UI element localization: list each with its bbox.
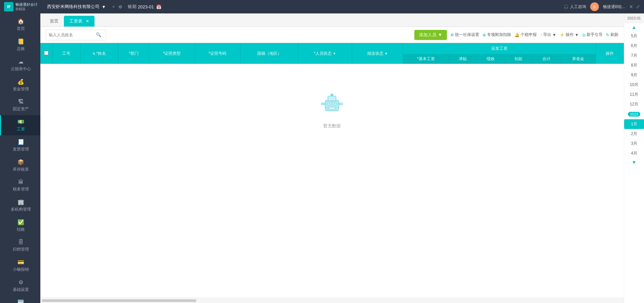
sidebar-item-ledger[interactable]: 📒总账 [0, 35, 40, 55]
th-number: 工号 [52, 43, 80, 64]
sidebar-label-multi: 多机构管理 [11, 207, 31, 212]
empty-state-cell: 暂无数据 [40, 64, 624, 156]
sort-name-icon: ⇅ [92, 52, 95, 55]
tax-icon: 🏛 [18, 179, 24, 185]
logo-area: 好 畅捷通好会计 旗舰版 [4, 2, 44, 11]
month-item-prev-5月[interactable]: 5月 [624, 31, 644, 41]
period-display: 2023.01 [624, 13, 644, 23]
th-checkbox[interactable] [40, 43, 52, 64]
multi-icon: 🏢 [17, 199, 24, 205]
month-item-prev-11月[interactable]: 11月 [624, 90, 644, 99]
special-deduction-btn[interactable]: ⊕ 专项附加扣除 [483, 32, 511, 38]
social-security-btn[interactable]: ⚙ 统一社保设置 [450, 32, 479, 38]
month-item-prev-12月[interactable]: 12月 [624, 99, 644, 109]
th-performance: 绩效 [477, 54, 504, 64]
th-base-salary: *基本工资 [403, 54, 449, 64]
month-item-prev-9月[interactable]: 9月 [624, 70, 644, 80]
search-icon: 🔍 [96, 32, 101, 37]
logo-text: 畅捷通好会计 旗舰版 [15, 2, 38, 11]
chevron-down-icon: ▼ [102, 4, 106, 9]
sidebar-item-invoice[interactable]: 🧾发票管理 [0, 135, 40, 156]
th-nationality: 国籍（地区） [240, 43, 298, 64]
filter-report-icon[interactable]: ▼ [384, 52, 388, 55]
social-icon: ⚙ [450, 33, 454, 37]
month-item-2月[interactable]: 2月 [624, 129, 644, 139]
panel-down-arrow[interactable]: ▼ [624, 158, 644, 166]
add-person-btn[interactable]: 添加人员 ▼ [414, 30, 447, 40]
export-icon: ↑ [540, 33, 542, 37]
sidebar-item-settle[interactable]: ✅结账 [0, 216, 40, 236]
guide-icon: ◎ [582, 33, 585, 37]
filter-status-icon[interactable]: ▼ [333, 52, 336, 55]
main-layout: 🏠首页📒总账☁云报表中心💰资金管理🏗固定资产💵工资🧾发票管理📦库存核算🏛税务管理… [0, 13, 644, 303]
panel-up-arrow[interactable]: ▲ [624, 23, 644, 31]
report-icon: ☁ [18, 58, 24, 65]
operate-dropdown-icon: ▼ [575, 33, 579, 37]
export-dropdown-icon: ▼ [552, 33, 556, 37]
sidebar-item-home[interactable]: 🏠首页 [0, 15, 40, 35]
sidebar-item-archive[interactable]: 🗄归档管理 [0, 236, 40, 256]
sidebar-label-expense: 小畅报销 [13, 267, 29, 272]
sidebar-item-expense[interactable]: 💳小畅报销 [0, 256, 40, 276]
month-item-prev-8月[interactable]: 8月 [624, 60, 644, 70]
month-item-3月[interactable]: 3月 [624, 139, 644, 148]
month-item-prev-7月[interactable]: 7月 [624, 51, 644, 60]
sidebar-item-asset[interactable]: 🏗固定资产 [0, 95, 40, 115]
sidebar: 🏠首页📒总账☁云报表中心💰资金管理🏗固定资产💵工资🧾发票管理📦库存核算🏛税务管理… [0, 13, 40, 303]
settle-icon: ✅ [17, 219, 24, 225]
svg-rect-8 [321, 103, 325, 105]
guide-btn[interactable]: ◎ 新手引导 [582, 32, 603, 38]
sidebar-label-asset: 固定资产 [13, 106, 29, 112]
empty-state: 暂无数据 [40, 64, 624, 156]
asset-icon: 🏗 [18, 99, 24, 105]
tab-close-salary[interactable]: ✕ [86, 19, 89, 24]
fund-icon: 💰 [17, 79, 24, 85]
special-icon: ⊕ [483, 33, 486, 37]
top-header: 好 畅捷通好会计 旗舰版 西安虾米网络科技有限公司 ▼ ＋ ⚙ 账期 2023-… [0, 0, 644, 13]
sidebar-item-settings[interactable]: ⚙基础设置 [0, 276, 40, 296]
tab-home[interactable]: 首页 [44, 16, 64, 27]
tax-report-btn[interactable]: 🔔 个税申报 [515, 32, 537, 38]
sidebar-item-fund[interactable]: 💰资金管理 [0, 75, 40, 95]
human-service-btn[interactable]: 🎧 人工咨询 [564, 4, 586, 10]
maximize-window-btn[interactable]: ⤢ [636, 4, 640, 9]
sidebar-item-multi[interactable]: 🏢多机构管理 [0, 196, 40, 216]
month-item-prev-10月[interactable]: 10月 [624, 80, 644, 90]
sidebar-item-salary[interactable]: 💵工资 [0, 115, 40, 135]
sidebar-item-report[interactable]: ☁云报表中心 [0, 55, 40, 75]
sidebar-item-guide[interactable]: 🆕新手引导 [0, 296, 40, 303]
company-selector[interactable]: 西安虾米网络科技有限公司 ▼ [44, 4, 109, 10]
invoice-icon: 🧾 [17, 139, 24, 145]
toolbar: 🔍 添加人员 ▼ ⚙ 统一社保设置 ⊕ 专项附加扣除 🔔 个税申报 [40, 27, 624, 43]
month-item-4月[interactable]: 4月 [624, 148, 644, 158]
right-panel: 2023.01 ▲ 5月6月7月8月9月10月11月12月20231月2月3月4… [624, 13, 644, 303]
operate-icon: ⚡ [560, 33, 565, 37]
sidebar-item-stock[interactable]: 📦库存核算 [0, 156, 40, 176]
sidebar-label-salary: 工资 [17, 126, 25, 132]
search-input[interactable] [49, 33, 96, 37]
month-item-prev-6月[interactable]: 6月 [624, 41, 644, 51]
sidebar-label-stock: 库存核算 [13, 167, 29, 172]
horizontal-scrollbar[interactable] [42, 299, 196, 302]
svg-rect-9 [339, 103, 343, 105]
tab-salary[interactable]: 工资表 ✕ [64, 16, 94, 27]
month-list: 5月6月7月8月9月10月11月12月20231月2月3月4月 [624, 31, 644, 158]
select-all-checkbox[interactable] [44, 51, 48, 55]
export-btn[interactable]: ↑ 导出 ▼ [540, 32, 556, 38]
th-dept: *部门 [118, 43, 149, 64]
month-item-1月[interactable]: 1月 [624, 119, 644, 129]
year-badge-2023: 2023 [628, 112, 640, 117]
th-operate: 操作 [596, 43, 623, 64]
settings-icon[interactable]: ⚙ [118, 4, 122, 9]
guide-icon: 🆕 [17, 299, 24, 303]
refresh-btn[interactable]: ↻ 刷新 [606, 32, 618, 38]
svg-rect-7 [329, 107, 335, 109]
add-company-icon[interactable]: ＋ [111, 4, 116, 10]
calendar-icon[interactable]: 📅 [156, 4, 161, 9]
th-pension: 养老金 [560, 54, 596, 64]
operate-btn[interactable]: ⚡ 操作 ▼ [560, 32, 579, 38]
close-window-btn[interactable]: ✕ [629, 4, 633, 9]
refresh-icon: ↻ [606, 33, 609, 37]
sidebar-item-tax[interactable]: 🏛税务管理 [0, 176, 40, 196]
empty-robot-icon [318, 91, 345, 118]
